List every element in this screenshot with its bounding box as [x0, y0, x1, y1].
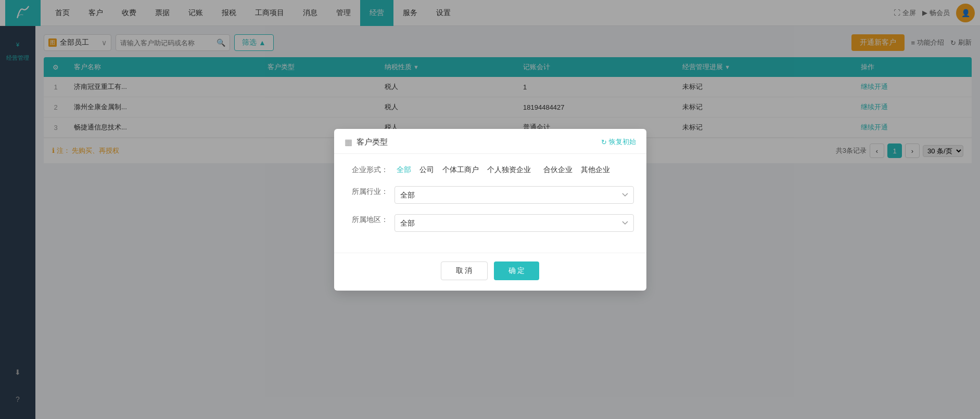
modal-overlay[interactable]: ▦ 客户类型 ↻ 恢复初始 企业形式： 全部 公司 个体工商户 个人独资企业 合… — [0, 0, 980, 419]
modal-title-text: 客户类型 — [357, 137, 388, 147]
enterprise-option-other[interactable]: 其他企业 — [579, 164, 612, 176]
enterprise-option-all[interactable]: 全部 — [394, 164, 413, 176]
reset-label: 恢复初始 — [609, 137, 636, 147]
region-row: 所属地区： 全部 — [347, 214, 634, 232]
region-select-wrap: 全部 — [394, 214, 634, 232]
cancel-button[interactable]: 取 消 — [441, 261, 488, 280]
confirm-button[interactable]: 确 定 — [494, 261, 540, 280]
enterprise-option-company[interactable]: 公司 — [417, 164, 436, 176]
reset-icon: ↻ — [601, 138, 607, 146]
filter-modal: ▦ 客户类型 ↻ 恢复初始 企业形式： 全部 公司 个体工商户 个人独资企业 合… — [334, 129, 646, 291]
region-label: 所属地区： — [347, 214, 388, 225]
modal-reset-button[interactable]: ↻ 恢复初始 — [601, 137, 636, 147]
industry-label: 所属行业： — [347, 186, 388, 197]
enterprise-option-sole-prop[interactable]: 个人独资企业 — [485, 164, 533, 176]
industry-select[interactable]: 全部 — [394, 186, 634, 204]
modal-title-icon: ▦ — [345, 137, 352, 147]
modal-title: ▦ 客户类型 — [345, 137, 388, 147]
modal-header: ▦ 客户类型 ↻ 恢复初始 — [334, 129, 646, 154]
industry-select-wrap: 全部 — [394, 186, 634, 204]
enterprise-form-options: 全部 公司 个体工商户 个人独资企业 合伙企业 其他企业 — [394, 164, 634, 176]
enterprise-option-partnership[interactable]: 合伙企业 — [541, 164, 575, 176]
modal-footer: 取 消 确 定 — [334, 253, 646, 291]
industry-row: 所属行业： 全部 — [347, 186, 634, 204]
modal-body: 企业形式： 全部 公司 个体工商户 个人独资企业 合伙企业 其他企业 所属行业：… — [334, 154, 646, 253]
enterprise-option-sole[interactable]: 个体工商户 — [440, 164, 481, 176]
enterprise-form-label: 企业形式： — [347, 164, 388, 175]
region-select[interactable]: 全部 — [394, 214, 634, 232]
enterprise-form-row: 企业形式： 全部 公司 个体工商户 个人独资企业 合伙企业 其他企业 — [347, 164, 634, 176]
